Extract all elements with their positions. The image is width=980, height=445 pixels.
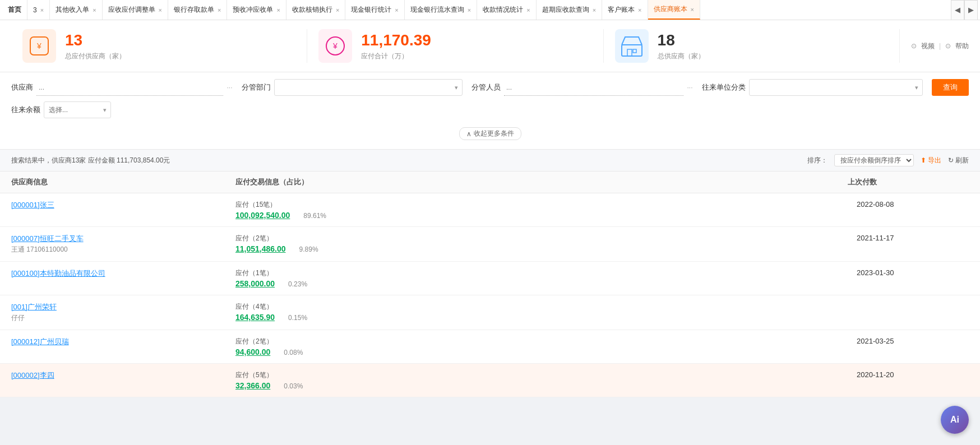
close-icon[interactable]: × — [468, 7, 471, 13]
supplier-input[interactable] — [36, 79, 223, 96]
trans-amount-6[interactable]: 32,366.00 — [235, 381, 270, 390]
supplier-link-4[interactable]: [001]广州荣轩 — [11, 302, 235, 312]
dept-select[interactable] — [274, 79, 463, 96]
trans-amount-3[interactable]: 258,000.00 — [235, 279, 275, 288]
nav-tab-cash-query[interactable]: 现金银行流水查询 × — [405, 0, 477, 20]
trans-amount-4[interactable]: 164,635.90 — [235, 313, 275, 322]
supplier-dots-icon[interactable]: ··· — [226, 84, 232, 91]
trans-percent-4: 0.15% — [288, 314, 307, 322]
table-row: [001]广州荣轩 仔仔 应付（4笔） 164,635.90 0.15% — [0, 295, 980, 330]
sort-label: 排序： — [807, 156, 828, 165]
filter-row-2: 往来余额 选择... ▾ — [11, 101, 969, 118]
trans-amount-5[interactable]: 94,600.00 — [235, 347, 270, 356]
lastpay-5: 2021-03-25 — [857, 337, 969, 356]
results-actions: 排序： 按应付余额倒序排序 ⬆ 导出 ↻ 刷新 — [807, 154, 969, 166]
close-icon[interactable]: × — [336, 7, 339, 13]
balance-select-wrapper: 选择... ▾ — [44, 101, 111, 118]
transaction-info-1: 应付（15笔） 100,092,540.00 89.61% — [235, 200, 857, 220]
close-icon[interactable]: × — [638, 7, 641, 13]
person-filter: 分管人员 ··· — [471, 79, 693, 96]
collapse-button[interactable]: ∧ 收起更多条件 — [459, 127, 521, 140]
trans-amount-2[interactable]: 11,051,486.00 — [235, 244, 286, 253]
balance-filter: 往来余额 选择... ▾ — [11, 101, 111, 118]
trans-label-6: 应付（5笔） — [235, 370, 857, 380]
supplier-filter: 供应商 ··· — [11, 79, 233, 96]
nav-tab-cash-stat[interactable]: 现金银行统计 × — [345, 0, 404, 20]
nav-tab-collection-stat[interactable]: 收款情况统计 × — [477, 0, 536, 20]
category-select[interactable] — [749, 79, 923, 96]
total-payable-info: 11,170.39 应付合计（万） — [361, 31, 431, 62]
supplier-link-3[interactable]: [000100]本特勤油品有限公司 — [11, 268, 235, 279]
export-button[interactable]: ⬆ 导出 — [921, 156, 941, 165]
close-icon[interactable]: × — [276, 7, 280, 13]
summary-card-payable-suppliers: ¥ 13 总应付供应商（家） — [11, 29, 307, 63]
person-input[interactable] — [504, 79, 683, 96]
refresh-button[interactable]: ↻ 刷新 — [948, 156, 969, 165]
nav-tab-supplier-book[interactable]: 供应商账本 × — [648, 0, 700, 20]
close-icon[interactable]: × — [593, 7, 596, 13]
nav-prev-button[interactable]: ◀ — [951, 0, 964, 20]
trans-amount-1[interactable]: 100,092,540.00 — [235, 211, 290, 220]
summary-bar: ¥ 13 总应付供应商（家） ¥ 11,170.39 应付合计（万） — [0, 20, 980, 72]
supplier-filter-label: 供应商 — [11, 82, 33, 92]
close-icon[interactable]: × — [93, 7, 96, 13]
nav-tab-home[interactable]: 首页 — [2, 0, 27, 20]
sort-select[interactable]: 按应付余额倒序排序 — [834, 154, 914, 166]
close-icon[interactable]: × — [395, 7, 398, 13]
supplier-link-6[interactable]: [000002]李四 — [11, 370, 235, 381]
supplier-sub-4: 仔仔 — [11, 313, 235, 323]
payable-supplier-count: 13 — [65, 31, 126, 50]
supplier-link-5[interactable]: [000012]广州贝瑞 — [11, 337, 235, 347]
refresh-label: 刷新 — [955, 156, 969, 165]
trans-label-4: 应付（4笔） — [235, 302, 857, 312]
table-row: [000001]张三 应付（15笔） 100,092,540.00 89.61%… — [0, 193, 980, 227]
customer-book-label: 客户账本 — [608, 5, 635, 15]
total-supplier-icon — [615, 29, 649, 63]
nav-tab-verify[interactable]: 收款核销执行 × — [286, 0, 345, 20]
nav-tab-overdue[interactable]: 超期应收款查询 × — [537, 0, 602, 20]
table-row: [000007]恒旺二手叉车 王通 17106110000 应付（2笔） 11,… — [0, 227, 980, 262]
close-icon[interactable]: × — [691, 6, 694, 13]
close-icon[interactable]: × — [159, 7, 162, 13]
nav-tab-other-income[interactable]: 其他收入单 × — [50, 0, 102, 20]
person-filter-label: 分管人员 — [471, 82, 501, 92]
nav-tab-prepay[interactable]: 预收冲应收单 × — [227, 0, 286, 20]
help-link[interactable]: 帮助 — [955, 41, 969, 51]
trans-label-2: 应付（2笔） — [235, 234, 857, 243]
nav-next-button[interactable]: ▶ — [964, 0, 978, 20]
total-payable-icon: ¥ — [318, 29, 352, 63]
payable-supplier-icon: ¥ — [22, 29, 56, 63]
svg-text:¥: ¥ — [36, 41, 41, 50]
collection-stat-label: 收款情况统计 — [483, 5, 523, 15]
collapse-row: ∧ 收起更多条件 — [11, 124, 969, 142]
trans-label-5: 应付（2笔） — [235, 337, 857, 346]
video-link[interactable]: 视频 — [921, 41, 935, 51]
balance-filter-label: 往来余额 — [11, 105, 40, 115]
cash-stat-label: 现金银行统计 — [351, 5, 391, 15]
close-icon[interactable]: × — [218, 7, 221, 13]
nav-tab-customer-book[interactable]: 客户账本 × — [602, 0, 648, 20]
nav-arrows: ◀ ▶ — [951, 0, 978, 20]
transaction-info-6: 应付（5笔） 32,366.00 0.03% — [235, 370, 857, 390]
total-supplier-count: 18 — [658, 31, 705, 50]
trans-row-6: 32,366.00 0.03% — [235, 380, 857, 390]
search-button[interactable]: 查询 — [932, 79, 969, 96]
supplier-link-1[interactable]: [000001]张三 — [11, 200, 235, 210]
lastpay-2: 2021-11-17 — [857, 234, 969, 254]
person-dots-icon[interactable]: ··· — [687, 84, 692, 91]
close-icon[interactable]: × — [526, 7, 530, 13]
trans-percent-5: 0.08% — [284, 349, 303, 356]
nav-tab-3[interactable]: 3 × — [27, 0, 50, 20]
nav-tab-bank-deposit[interactable]: 银行存取款单 × — [168, 0, 227, 20]
supplier-info-5: [000012]广州贝瑞 — [11, 337, 235, 356]
prepay-label: 预收冲应收单 — [233, 5, 273, 15]
svg-text:¥: ¥ — [332, 41, 338, 50]
supplier-info-3: [000100]本特勤油品有限公司 — [11, 268, 235, 288]
supplier-info-4: [001]广州荣轩 仔仔 — [11, 302, 235, 323]
supplier-link-2[interactable]: [000007]恒旺二手叉车 — [11, 234, 235, 244]
balance-select[interactable]: 选择... — [44, 101, 111, 118]
nav-tab-adjust[interactable]: 应收应付调整单 × — [103, 0, 168, 20]
transaction-info-2: 应付（2笔） 11,051,486.00 9.89% — [235, 234, 857, 254]
payable-supplier-info: 13 总应付供应商（家） — [65, 31, 126, 62]
close-icon[interactable]: × — [40, 7, 44, 13]
